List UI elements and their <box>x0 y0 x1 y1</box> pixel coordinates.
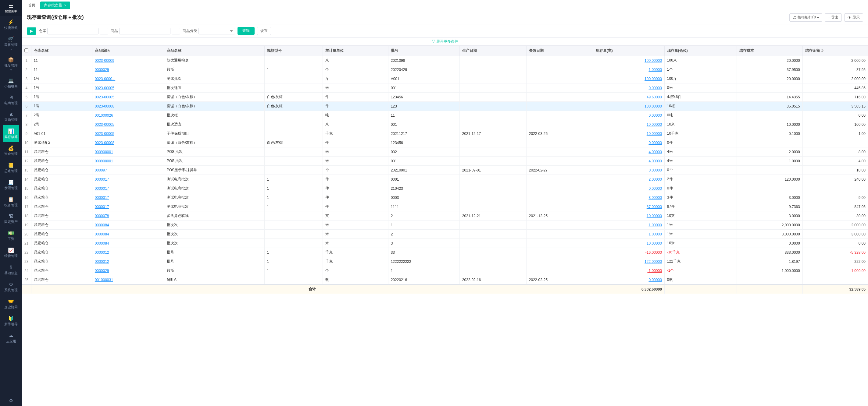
row-spec-16: 1 <box>264 202 322 211</box>
select-all-checkbox[interactable] <box>24 48 28 53</box>
sidebar-icon-5: 🛍 <box>8 111 13 117</box>
row-product-code-7: 0023-00005 <box>92 120 164 129</box>
row-expiry-date-1 <box>526 65 593 74</box>
sidebar: ☰ 搜索菜单 ⚡ 快捷导航 🛒 零售管理 ▾ 📦 批发管理 ▾ 💻 小额电商 🖥… <box>0 0 22 406</box>
row-product-code-13: 0000017 <box>92 175 164 184</box>
warehouse-dots-button[interactable]: ... <box>100 28 108 34</box>
row-warehouse-4: 1号 <box>31 93 92 102</box>
th-warehouse: 仓库名称 <box>31 46 92 56</box>
category-select[interactable] <box>198 28 235 34</box>
expand-conditions-bar[interactable]: ▽ 展开更多条件 <box>22 38 868 46</box>
row-qty-storage-21: -16千克 <box>664 248 737 257</box>
sidebar-item-2[interactable]: 📦 批发管理 ▾ <box>3 54 19 75</box>
sidebar-item-3[interactable]: 💻 小额电商 <box>3 75 19 92</box>
row-storage-amount-23: -1,000.00 <box>802 266 868 275</box>
row-product-code-16: 0000017 <box>92 202 164 211</box>
row-production-date-11 <box>460 157 526 166</box>
arrow-icon-2: ▾ <box>10 69 12 72</box>
print-template-button[interactable]: 🖨 按模板打印 ▾ <box>789 13 822 22</box>
sidebar-item-17[interactable]: 🔰 新手引导 <box>3 312 19 330</box>
chevron-down-icon: ▾ <box>817 15 819 20</box>
product-dots-button[interactable]: ... <box>172 28 180 34</box>
info-icon[interactable]: ① <box>821 49 824 53</box>
row-qty-main-22: 122.00000 <box>593 257 664 266</box>
sidebar-item-11[interactable]: 🏗 固定资产 <box>3 210 19 227</box>
row-expiry-date-7 <box>526 120 593 129</box>
sidebar-item-12[interactable]: 💵 工资 <box>3 227 19 244</box>
row-storage-cost-16: 9.7363 <box>737 202 802 211</box>
row-spec-18 <box>264 221 322 230</box>
row-qty-main-7: 10.00000 <box>593 120 664 129</box>
sidebar-item-15[interactable]: ⚙ 系统管理 <box>3 278 19 296</box>
sidebar-item-7[interactable]: 💰 资金管理 <box>3 142 19 159</box>
row-production-date-14 <box>460 184 526 193</box>
table-row: 24 晶宏粮仓 0000029 顾斯 1 个 1 -1.00000 -1个 1,… <box>22 266 868 275</box>
sidebar-settings-button[interactable]: ⚙ <box>0 395 22 406</box>
row-qty-main-15: 3.00000 <box>593 193 664 202</box>
sidebar-item-6[interactable]: 📊 库存核算 <box>3 125 19 142</box>
row-qty-main-2: 100.00000 <box>593 74 664 83</box>
row-spec-23: 1 <box>264 266 322 275</box>
tab-home[interactable]: 首页 <box>24 2 39 9</box>
product-input[interactable] <box>119 28 170 34</box>
row-storage-amount-10: 8.00 <box>802 147 868 157</box>
warehouse-input[interactable] <box>47 28 98 34</box>
sidebar-label-3: 小额电商 <box>4 84 18 89</box>
row-warehouse-17: 晶宏粮仓 <box>31 211 92 221</box>
sidebar-item-14[interactable]: ℹ 基础信息 <box>3 261 19 278</box>
row-qty-storage-16: 87件 <box>664 202 737 211</box>
sidebar-item-9[interactable]: 🧾 发票管理 <box>3 176 19 194</box>
row-product-code-2: 0023-0000... <box>92 74 164 83</box>
display-button[interactable]: 👁 显示 <box>844 13 863 22</box>
sidebar-item-18[interactable]: ☁ 云应用 <box>3 330 19 347</box>
tab-close-icon[interactable]: ✕ <box>64 4 66 7</box>
row-product-name-12: POS显示率/抹异常 <box>164 166 264 175</box>
sidebar-icon-8: 📒 <box>8 162 14 168</box>
row-num-16: 17 <box>22 202 31 211</box>
sidebar-label-8: 总账管理 <box>4 169 18 173</box>
sidebar-search-menu[interactable]: ☰ 搜索菜单 <box>0 0 22 16</box>
row-production-date-15 <box>460 193 526 202</box>
row-storage-amount-7: 100.00 <box>802 120 868 129</box>
row-warehouse-20: 晶宏粮仓 <box>31 239 92 248</box>
sidebar-icon-11: 🏗 <box>8 213 13 219</box>
row-product-name-14: 测试电商批次 <box>164 184 264 193</box>
row-unit-19: 米 <box>322 230 388 239</box>
row-expiry-date-3 <box>526 83 593 93</box>
sidebar-item-8[interactable]: 📒 总账管理 <box>3 159 19 176</box>
row-product-code-22: 0000012 <box>92 257 164 266</box>
row-storage-cost-8: 0.1000 <box>737 129 802 138</box>
row-unit-22: 千克 <box>322 257 388 266</box>
row-expiry-date-19 <box>526 230 593 239</box>
row-product-name-22: 批号 <box>164 257 264 266</box>
row-num-22: 23 <box>22 257 31 266</box>
tab-inventory-batch[interactable]: 库存批次量 ✕ <box>40 2 70 9</box>
sidebar-item-16[interactable]: 🤝 企业协同 <box>3 296 19 312</box>
expand-filter-button[interactable]: ▶ <box>27 27 36 35</box>
export-button[interactable]: ↑ 导出 <box>825 13 842 22</box>
page-title: 现存量查询(按仓库＋批次) <box>27 14 84 21</box>
row-storage-amount-16: 847.06 <box>802 202 868 211</box>
row-qty-storage-14: 0件 <box>664 184 737 193</box>
category-filter-group: 商品分类 <box>183 28 235 34</box>
row-num-2: 3 <box>22 74 31 83</box>
sidebar-label-13: 经营管理 <box>4 254 18 258</box>
search-button[interactable]: 查询 <box>238 27 255 35</box>
sidebar-item-0[interactable]: ⚡ 快捷导航 <box>3 16 19 33</box>
sidebar-item-4[interactable]: 🖥 电商管理 <box>3 92 19 108</box>
th-storage-cost: 结存成本 <box>737 46 802 56</box>
sidebar-item-13[interactable]: 📈 经营管理 <box>3 244 19 261</box>
row-batch-0: 2021098 <box>388 56 460 65</box>
row-batch-16: 1111 <box>388 202 460 211</box>
row-unit-8: 千克 <box>322 129 388 138</box>
row-production-date-5 <box>460 102 526 111</box>
sidebar-item-1[interactable]: 🛒 零售管理 ▾ <box>3 33 19 54</box>
row-storage-cost-21: 333.0000 <box>737 248 802 257</box>
filter-settings-button[interactable]: 设置 <box>257 27 271 35</box>
row-product-code-14: 0000017 <box>92 184 164 193</box>
sidebar-item-10[interactable]: 📋 税务管理 <box>3 194 19 210</box>
row-unit-24: 瓶 <box>322 275 388 285</box>
row-product-name-3: 批次适宜 <box>164 83 264 93</box>
sidebar-item-5[interactable]: 🛍 采购管理 <box>3 108 19 125</box>
row-storage-cost-24 <box>737 275 802 285</box>
